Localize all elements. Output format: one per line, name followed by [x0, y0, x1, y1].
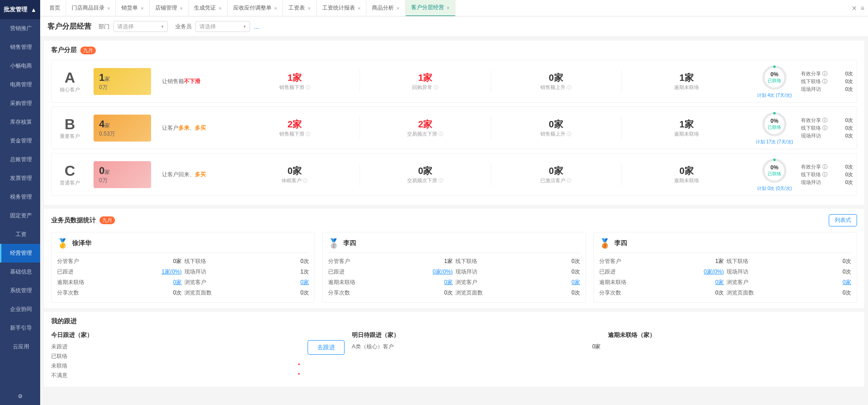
sidebar-item-kucun[interactable]: 库存核算 [0, 113, 40, 131]
biz-card-2: 🥉 李四分管客户 1家线下联络 0次已跟进 0家(0%)现场拜访 0次逾期未联络… [593, 232, 857, 303]
biz-card-header-0: 🥇 徐泽华 [57, 238, 309, 253]
sidebar-item-shuiwu[interactable]: 税务管理 [0, 188, 40, 206]
stat-box-A-3[interactable]: 1家 逾期未联络 [622, 70, 752, 93]
sidebar-item-jichu[interactable]: 基础信息 [0, 263, 40, 281]
stat-box-B-2[interactable]: 0家 销售额上升 ⓘ [491, 116, 622, 139]
tab-store[interactable]: 店铺管理× [150, 0, 188, 16]
stat-box-A-2[interactable]: 0家 销售额上升 ⓘ [491, 70, 622, 93]
tab-close-products[interactable]: × [107, 5, 110, 11]
tab-products[interactable]: 门店商品目录× [66, 0, 116, 16]
go-followup-btn[interactable]: 去跟进 [308, 340, 345, 355]
sidebar-item-dianshang[interactable]: 电商管理 [0, 75, 40, 94]
tab-close-salary[interactable]: × [308, 5, 310, 11]
biz-stat-val[interactable]: 1家(0%) [162, 268, 182, 276]
biz-stat-row-0-4: 逾期未联络 0家 [57, 279, 182, 286]
stat-box-B-3[interactable]: 1家 逾期未联络 [622, 116, 752, 139]
stat-box-A-1[interactable]: 1家 回购异常 ⓘ [360, 70, 491, 93]
close-all-icon[interactable]: ✕ [852, 5, 857, 12]
more-filters-btn[interactable]: ... [254, 23, 259, 30]
tier-count-B: 4家 0.53万 [88, 113, 157, 143]
more-tabs-icon[interactable]: ≡ [861, 5, 864, 12]
tier-stats-C: 0家 休眠客户 ⓘ0家 交易频次下滑 ⓘ0家 已激活客户 ⓘ0家 逾期未联络 [230, 163, 752, 186]
biz-stat-val[interactable]: 0家(0%) [704, 268, 724, 276]
sidebar-item-qiye[interactable]: 企业协同 [0, 300, 40, 319]
tab-close-store[interactable]: × [180, 5, 183, 11]
medal-icon-1: 🥈 [328, 238, 340, 249]
biz-stat-val[interactable]: 0家 [715, 279, 724, 286]
go-btn-wrapper: 去跟进 [308, 331, 345, 355]
sidebar: 批发管理 ▲ 营销推广销售管理小畅电商电商管理采购管理库存核算资金管理总账管理发… [0, 0, 40, 405]
staff-select[interactable]: 请选择 [195, 21, 250, 32]
right-stat-row: 线下联络 ⓘ0次 [801, 125, 853, 131]
right-stat-row: 现场拜访 0次 [801, 132, 853, 139]
tab-salary[interactable]: 工资表× [283, 0, 316, 16]
followup-section: 我的跟进 今日跟进（家） 未跟进 已联络 未联络 不满意 去跟进 明日待跟进（家… [44, 312, 864, 387]
sidebar-item-xiaodian[interactable]: 小畅电商 [0, 57, 40, 75]
stat-box-B-1[interactable]: 2家 交易频次下滑 ⓘ [360, 116, 491, 139]
tab-close-salaryreport[interactable]: × [358, 5, 361, 11]
stat-box-A-0[interactable]: 1家 销售额下滑 ⓘ [230, 70, 360, 93]
biz-stat-val: 0次 [300, 258, 309, 265]
settings-button[interactable]: ⚙ [0, 388, 40, 405]
sidebar-item-caigou[interactable]: 采购管理 [0, 94, 40, 113]
main-area: 首页门店商品目录×销货单×店铺管理×生成凭证×应收应付调整单×工资表×工资统计报… [40, 0, 868, 405]
biz-stat-val[interactable]: 0家(0%) [433, 268, 453, 276]
tab-close-sales[interactable]: × [141, 5, 143, 11]
tab-actions: ✕ ≡ [852, 5, 864, 12]
tab-customer[interactable]: 客户分层经营× [406, 0, 455, 16]
list-view-btn[interactable]: 列表式 [829, 214, 857, 226]
sidebar-item-gudingzichan[interactable]: 固定资产 [0, 206, 40, 225]
tier-suggest-C: 让客户回来、多买 [157, 171, 230, 179]
sidebar-item-yingxiao[interactable]: 营销推广 [0, 19, 40, 38]
biz-stat-row-0-0: 分管客户 0家 [57, 258, 182, 265]
biz-stat-row-1-3: 现场拜访 0次 [455, 268, 580, 276]
tier-stats-A: 1家 销售额下滑 ⓘ1家 回购异常 ⓘ0家 销售额上升 ⓘ1家 逾期未联络 [230, 70, 752, 93]
tab-salaryreport[interactable]: 工资统计报表× [317, 0, 366, 16]
biz-stat-val: 0家 [173, 258, 182, 265]
tab-close-voucher[interactable]: × [219, 5, 221, 11]
sidebar-item-xitong[interactable]: 系统管理 [0, 281, 40, 300]
tier-circle-A: 0% 已联络 计划 4次 (7天/次) [752, 64, 797, 99]
sidebar-item-xinshou[interactable]: 新手引导 [0, 319, 40, 337]
biz-stat-val[interactable]: 0家 [842, 279, 851, 286]
tab-home[interactable]: 首页 [44, 0, 66, 16]
sidebar-item-zijin[interactable]: 资金管理 [0, 131, 40, 150]
tab-close-customer[interactable]: × [447, 5, 450, 11]
sidebar-top[interactable]: 批发管理 ▲ [0, 0, 40, 19]
biz-stat-val[interactable]: 0家 [173, 279, 182, 286]
biz-stat-val[interactable]: 0家 [571, 279, 580, 286]
biz-stat-row-2-4: 逾期未联络 0家 [599, 279, 724, 286]
sidebar-item-jingying[interactable]: 经营管理 [0, 244, 40, 263]
tab-close-receivable[interactable]: × [274, 5, 277, 11]
biz-stat-val: 0次 [173, 289, 182, 297]
tab-receivable[interactable]: 应收应付调整单× [228, 0, 283, 16]
stat-box-C-1[interactable]: 0家 交易频次下滑 ⓘ [360, 163, 491, 186]
sidebar-item-fapiao[interactable]: 发票管理 [0, 169, 40, 188]
biz-stat-row-1-7: 浏览页面数 0次 [455, 289, 580, 297]
dept-select[interactable]: 请选择 [113, 21, 168, 32]
sidebar-item-zhangmu[interactable]: 总账管理 [0, 150, 40, 169]
tier-circle-C: 0% 已联络 计划 0次 (0天/次) [752, 157, 797, 192]
today-followup-box: 今日跟进（家） 未跟进 已联络 未联络 不满意 [51, 331, 300, 381]
followup-grid: 今日跟进（家） 未跟进 已联络 未联络 不满意 去跟进 明日待跟进（家） A类（… [51, 331, 857, 381]
biz-stat-val[interactable]: 0家 [300, 279, 309, 286]
biz-stat-key: 浏览页面数 [455, 289, 483, 297]
tab-voucher[interactable]: 生成凭证× [188, 0, 227, 16]
biz-stat-key: 分管客户 [599, 258, 621, 265]
biz-stat-key: 逾期未联络 [57, 279, 84, 286]
right-stat-row: 有效分享 ⓘ0次 [801, 70, 853, 77]
tier-rows: A核心客户 1家 0万 让销售额不下滑1家 销售额下滑 ⓘ1家 回购异常 ⓘ0家… [51, 60, 857, 196]
stat-box-C-3[interactable]: 0家 逾期未联络 [622, 163, 752, 186]
stat-box-C-2[interactable]: 0家 已激活客户 ⓘ [491, 163, 622, 186]
tab-close-goods[interactable]: × [397, 5, 399, 11]
tab-goods[interactable]: 商品分析× [366, 0, 405, 16]
biz-stat-val: 0次 [571, 258, 580, 265]
stat-box-B-0[interactable]: 2家 销售额下滑 ⓘ [230, 116, 360, 139]
sidebar-item-gongzi[interactable]: 工资 [0, 225, 40, 244]
sidebar-item-yun[interactable]: 云应用 [0, 337, 40, 356]
sidebar-item-xiaoshou[interactable]: 销售管理 [0, 38, 40, 57]
biz-stat-row-2-6: 分享次数 0次 [599, 289, 724, 297]
tab-sales[interactable]: 销货单× [116, 0, 149, 16]
stat-box-C-0[interactable]: 0家 休眠客户 ⓘ [230, 163, 360, 186]
biz-stat-val[interactable]: 0家 [444, 279, 453, 286]
